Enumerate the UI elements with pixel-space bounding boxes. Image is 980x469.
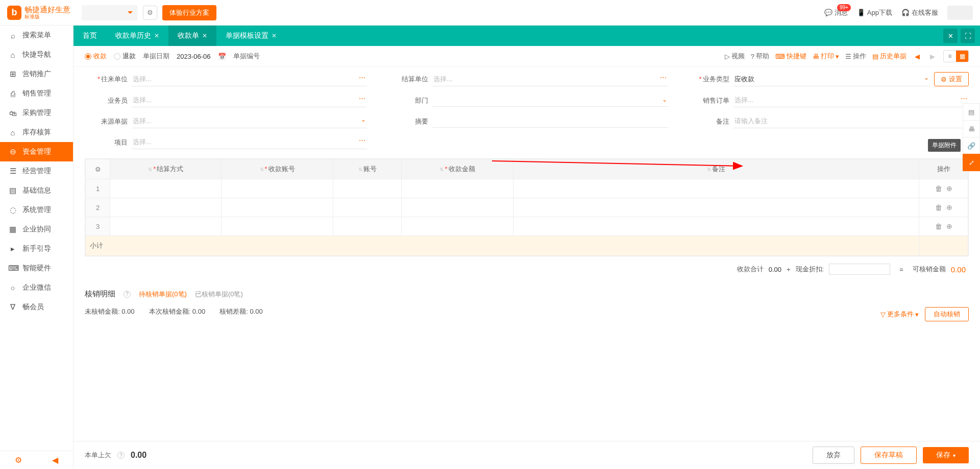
view-list-icon[interactable]: ≡ xyxy=(944,51,956,62)
save-draft-button[interactable]: 保存草稿 xyxy=(861,447,917,464)
headset-icon: 🎧 xyxy=(901,9,910,16)
table-row[interactable]: 2 🗑⊕ xyxy=(86,198,968,217)
tab-close-icon[interactable]: ✕ xyxy=(272,32,277,39)
app-download-link[interactable]: 📱 App下载 xyxy=(857,8,892,17)
settle-unit-label: 结算单位 xyxy=(385,75,428,84)
sidebar-item-6[interactable]: ⊖资金管理 xyxy=(0,142,73,161)
sidebar-item-12[interactable]: ⌨智能硬件 xyxy=(0,259,73,278)
history-link[interactable]: ▤ 历史单据 xyxy=(872,52,906,61)
add-row-icon[interactable]: ⊕ xyxy=(946,222,952,230)
tab-close-icon[interactable]: ✕ xyxy=(154,32,159,39)
add-row-icon[interactable]: ⊕ xyxy=(946,203,952,212)
delete-icon[interactable]: 🗑 xyxy=(935,222,942,230)
calendar-icon[interactable]: 📅 xyxy=(218,53,226,60)
fullscreen-icon[interactable]: ⛶ xyxy=(961,29,975,43)
collapse-icon[interactable]: ◀ xyxy=(52,455,58,465)
message-link[interactable]: 💬 消息 99+ xyxy=(824,8,848,17)
close-tab-icon[interactable]: ✕ xyxy=(943,29,958,43)
salesman-input[interactable]: 选择...⋯ xyxy=(132,93,367,107)
print-link[interactable]: 🖶 打印 ▾ xyxy=(813,52,839,61)
sales-order-input[interactable]: 选择...⋯ xyxy=(733,93,969,107)
sidebar-item-0[interactable]: ⌕搜索菜单 xyxy=(0,26,73,45)
sidebar-item-5[interactable]: ⌂库存核算 xyxy=(0,123,73,142)
shortcut-link[interactable]: ⌨ 快捷键 xyxy=(775,52,806,61)
settle-unit-input[interactable]: 选择...⋯ xyxy=(432,73,668,86)
sidebar-item-13[interactable]: ○企业微信 xyxy=(0,278,73,297)
save-button[interactable]: 保存▾ xyxy=(923,447,969,463)
sidebar-item-9[interactable]: ◌系统管理 xyxy=(0,200,73,220)
delete-icon[interactable]: 🗑 xyxy=(935,203,942,212)
sidebar-item-7[interactable]: ☰经营管理 xyxy=(0,161,73,181)
col-operation: 操作 xyxy=(919,159,968,179)
receipt-total-value: 0.00 xyxy=(769,266,781,273)
sidebar-item-4[interactable]: 🛍采购管理 xyxy=(0,103,73,123)
discount-input[interactable] xyxy=(829,264,890,275)
tab-2[interactable]: 收款单✕ xyxy=(168,26,216,46)
summary-input[interactable] xyxy=(432,115,668,128)
rail-attachment-icon[interactable]: 🔗 xyxy=(963,137,980,154)
prev-arrow-icon[interactable]: ◀ xyxy=(913,53,922,60)
biz-type-select[interactable]: 应收款⌄ xyxy=(733,73,930,86)
gear-column-header[interactable]: ⚙ xyxy=(86,159,110,179)
tab-close-icon[interactable]: ✕ xyxy=(202,32,207,39)
project-input[interactable]: 选择...⋯ xyxy=(132,135,367,149)
help-icon-2[interactable]: ? xyxy=(117,452,125,459)
discard-button[interactable]: 放弃 xyxy=(813,447,854,464)
col-receipt-account[interactable]: ⇅*收款账号 xyxy=(222,159,333,179)
view-grid-icon[interactable]: ▦ xyxy=(956,51,968,62)
sidebar-item-label: 资金管理 xyxy=(22,147,51,156)
col-receipt-amount[interactable]: ⇅*收款金额 xyxy=(402,159,513,179)
source-doc-input[interactable]: 选择...⌄ xyxy=(132,114,367,128)
video-link[interactable]: ▷ 视频 xyxy=(725,52,745,61)
col-account[interactable]: ⇅账号 xyxy=(333,159,401,179)
date-value[interactable]: 2023-06-06 xyxy=(177,53,211,60)
doc-no-label: 单据编号 xyxy=(233,52,260,61)
tab-pending-writeoff[interactable]: 待核销单据(0笔) xyxy=(139,290,187,299)
add-row-icon[interactable]: ⊕ xyxy=(946,184,952,193)
table-row[interactable]: 1 🗑⊕ xyxy=(86,179,968,198)
operation-link[interactable]: ☰ 操作 xyxy=(845,52,866,61)
table-row[interactable]: 3 🗑⊕ xyxy=(86,217,968,236)
auto-writeoff-button[interactable]: 自动核销 xyxy=(925,307,969,321)
sidebar-item-1[interactable]: ⌂快捷导航 xyxy=(0,45,73,64)
rail-expand-icon[interactable]: ⤢ xyxy=(963,154,980,171)
settings-icon[interactable]: ⚙ xyxy=(15,455,22,465)
sidebar-item-label: 基础信息 xyxy=(22,186,51,195)
sidebar-item-11[interactable]: ▸新手引导 xyxy=(0,239,73,259)
sidebar-item-label: 库存核算 xyxy=(22,128,51,137)
tab-3[interactable]: 单据模板设置✕ xyxy=(216,26,286,46)
delete-icon[interactable]: 🗑 xyxy=(935,184,942,193)
sidebar-item-10[interactable]: ▦企业协同 xyxy=(0,220,73,239)
col-remark[interactable]: ⇅备注 xyxy=(513,159,919,179)
receipt-total-label: 收款合计 xyxy=(737,265,764,274)
col-settle-method[interactable]: ⇅*结算方式 xyxy=(110,159,222,179)
more-conditions-link[interactable]: ▽ 更多条件 ▾ xyxy=(880,310,919,319)
trial-industry-button[interactable]: 体验行业方案 xyxy=(162,5,216,20)
sidebar-item-8[interactable]: ▤基础信息 xyxy=(0,181,73,200)
rail-print-icon[interactable]: 🖶 xyxy=(963,120,980,137)
sidebar-item-label: 畅会员 xyxy=(22,302,44,312)
tab-0[interactable]: 首页 xyxy=(74,26,106,46)
dept-input[interactable]: ⌄ xyxy=(432,95,668,107)
rail-note-icon[interactable]: ▤ xyxy=(963,103,980,121)
next-arrow-icon[interactable]: ▶ xyxy=(928,53,937,60)
sidebar-icon: ⊞ xyxy=(8,69,17,79)
gear-icon[interactable]: ⚙ xyxy=(143,6,157,20)
sidebar-item-14[interactable]: ∇畅会员 xyxy=(0,297,73,317)
date-label: 单据日期 xyxy=(143,52,169,61)
tab-1[interactable]: 收款单历史✕ xyxy=(106,26,168,46)
partner-input[interactable]: 选择...⋯ xyxy=(132,73,367,86)
help-icon[interactable]: ? xyxy=(124,291,131,298)
remark-input[interactable]: 请输入备注 xyxy=(733,114,969,128)
radio-receipt[interactable]: 收款 xyxy=(85,52,107,61)
user-avatar[interactable] xyxy=(947,6,973,20)
company-selector[interactable] xyxy=(82,5,138,20)
help-link[interactable]: ? 帮助 xyxy=(751,52,769,61)
settings-button[interactable]: ⚙ 设置 xyxy=(934,72,969,86)
sidebar-item-2[interactable]: ⊞营销推广 xyxy=(0,64,73,84)
radio-refund[interactable]: 退款 xyxy=(114,52,136,61)
online-service-link[interactable]: 🎧 在线客服 xyxy=(901,8,938,17)
right-rail: ▤ 🖶 🔗 ⤢ xyxy=(963,103,980,171)
sidebar-item-3[interactable]: ⎙销售管理 xyxy=(0,84,73,103)
tab-done-writeoff[interactable]: 已核销单据(0笔) xyxy=(195,290,243,299)
